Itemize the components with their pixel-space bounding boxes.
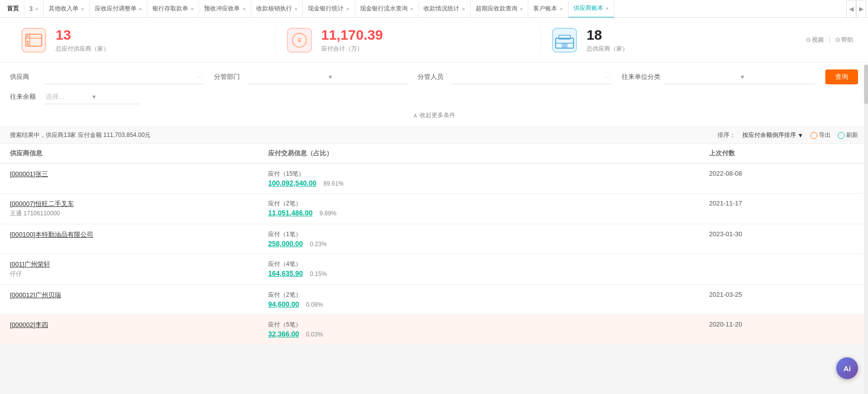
tx-percent: 89.61% — [323, 180, 344, 187]
export-button[interactable]: 导出 — [810, 131, 831, 139]
tab-payment-stat[interactable]: 收款情况统计 × — [419, 0, 470, 18]
tab-cash-bank-stat-close[interactable]: × — [346, 6, 349, 12]
row-tx-col: 应付（4笔） 164,635.90 0.15% — [268, 260, 709, 277]
summary-total-suppliers: 18 总供应商（家） — [541, 26, 806, 54]
result-info: 搜索结果中，供应商13家 应付金额 111,703,854.00元 — [10, 131, 150, 139]
row-tx-col: 应付（2笔） 94,600.00 0.08% — [268, 291, 709, 308]
tab-cash-bank-stat[interactable]: 现金银行统计 × — [303, 0, 355, 18]
tab-prepay-offset[interactable]: 预收冲应收单 × — [199, 0, 251, 18]
filter-supplier-more-icon[interactable]: ··· — [197, 73, 202, 80]
tab-cash-bank-flow-label: 现金银行流水查询 — [360, 4, 408, 13]
filter-supplier-label: 供应商 — [10, 72, 40, 81]
filter-dept-select[interactable]: ▼ — [248, 69, 408, 84]
last-pay: 2020-11-20 — [709, 321, 858, 328]
tx-amount[interactable]: 164,635.90 — [268, 269, 303, 277]
sort-select[interactable]: 按应付余额倒序排序 ▼ — [742, 131, 803, 139]
scrollbar-track — [864, 65, 868, 344]
payable-suppliers-label: 总应付供应商（家） — [56, 45, 109, 53]
tab-customer-book[interactable]: 客户账本 × — [528, 0, 568, 18]
collapse-filter-btn[interactable]: ∧ 收起更多条件 — [10, 109, 858, 122]
filter-person-input-wrap[interactable]: ··· — [451, 69, 612, 84]
last-pay: 2023-01-30 — [709, 230, 858, 238]
tab-bank-deposit-label: 银行存取款单 — [152, 4, 188, 13]
tab-home[interactable]: 首页 — [2, 0, 24, 18]
help-links: ⊙视频 | ⊙帮助 — [806, 36, 853, 44]
tab-cash-bank-flow-close[interactable]: × — [410, 6, 413, 12]
tx-amount[interactable]: 100,092,540.00 — [268, 179, 316, 187]
tx-amount[interactable]: 32,366.00 — [268, 330, 299, 338]
tab-adjustment-label: 应收应付调整单 — [95, 4, 137, 13]
tab-overdue-query-close[interactable]: × — [520, 6, 523, 12]
filter-balance-arrow: ▼ — [91, 94, 137, 100]
nav-next-arrow[interactable]: ▶ — [856, 0, 866, 18]
tab-3[interactable]: 3 × — [24, 0, 44, 18]
tab-overdue-query[interactable]: 超期应收款查询 × — [471, 0, 528, 18]
refresh-button[interactable]: 刷新 — [838, 131, 858, 139]
filter-person-more-icon[interactable]: ··· — [604, 73, 609, 80]
tx-row: 258,000.00 0.23% — [268, 240, 709, 248]
tab-3-close[interactable]: × — [35, 6, 38, 12]
tx-label: 应付（1笔） — [268, 230, 709, 239]
help-link[interactable]: ⊙帮助 — [835, 36, 853, 44]
table-row: [001]广州荣轩 仔仔 应付（4笔） 164,635.90 0.15% — [0, 254, 868, 285]
filter-person: 分管人员 ··· — [418, 69, 612, 84]
row-tx-col: 应付（5笔） 32,366.00 0.03% — [268, 321, 709, 338]
filter-supplier-input-wrap[interactable]: ··· — [44, 69, 204, 84]
payable-suppliers-text: 13 总应付供应商（家） — [56, 27, 109, 53]
tab-payment-stat-close[interactable]: × — [462, 6, 465, 12]
supplier-link[interactable]: [000100]本特勤油品有限公司 — [10, 230, 268, 239]
tx-amount[interactable]: 94,600.00 — [268, 300, 299, 308]
tx-amount[interactable]: 11,051,486.00 — [268, 209, 313, 217]
supplier-link[interactable]: [001]广州荣轩 — [10, 260, 268, 269]
summary-payable-suppliers: 13 总应付供应商（家） — [10, 26, 276, 54]
table-row: [000012]广州贝瑞 应付（2笔） 94,600.00 0.08% 2021… — [0, 285, 868, 315]
tab-payment-exec[interactable]: 收款核销执行 × — [251, 0, 303, 18]
filter-person-input[interactable] — [453, 69, 604, 84]
sort-value: 按应付余额倒序排序 — [742, 131, 796, 139]
tab-other-income[interactable]: 其他收入单 × — [44, 0, 89, 18]
tab-adjustment-close[interactable]: × — [139, 6, 142, 12]
supplier-link[interactable]: [000001]张三 — [10, 170, 268, 179]
export-icon — [810, 132, 817, 139]
nav-prev-arrow[interactable]: ◀ — [846, 0, 856, 18]
filter-balance-value: 选择... — [46, 92, 91, 101]
scrollbar-thumb[interactable] — [864, 65, 868, 104]
video-link[interactable]: ⊙视频 — [806, 36, 824, 44]
tab-prepay-offset-label: 预收冲应收单 — [204, 4, 240, 13]
filter-dept: 分管部门 ▼ — [214, 69, 408, 84]
filter-row-1: 供应商 ··· 分管部门 ▼ 分管人员 ··· 往来单位分类 — [10, 69, 858, 84]
tab-adjustment[interactable]: 应收应付调整单 × — [90, 0, 147, 18]
tab-bank-deposit-close[interactable]: × — [191, 6, 194, 12]
tab-bank-deposit[interactable]: 银行存取款单 × — [147, 0, 199, 18]
total-suppliers-icon — [551, 26, 579, 54]
tab-home-label: 首页 — [7, 4, 19, 13]
tx-percent: 0.23% — [310, 241, 327, 248]
supplier-link[interactable]: [000007]恒旺二手叉车 — [10, 199, 268, 208]
filter-balance-select[interactable]: 选择... ▼ — [44, 89, 139, 104]
filter-supplier-input[interactable] — [46, 69, 197, 84]
tab-cash-bank-flow[interactable]: 现金银行流水查询 × — [355, 0, 419, 18]
filter-balance-label: 往来余额 — [10, 92, 40, 101]
tab-other-income-close[interactable]: × — [81, 6, 84, 12]
tab-supplier-book-close[interactable]: × — [606, 5, 609, 11]
filter-dept-label: 分管部门 — [214, 72, 244, 81]
supplier-link[interactable]: [000002]李四 — [10, 321, 268, 329]
tab-customer-book-label: 客户账本 — [533, 4, 557, 13]
tx-percent: 0.03% — [306, 331, 323, 338]
tx-label: 应付（4笔） — [268, 260, 709, 268]
query-button[interactable]: 查询 — [825, 69, 858, 84]
export-label: 导出 — [819, 131, 831, 139]
filter-category-select[interactable]: ▼ — [664, 69, 816, 84]
tab-payment-exec-close[interactable]: × — [294, 6, 297, 12]
filter-row-2: 往来余额 选择... ▼ — [10, 89, 858, 104]
tab-prepay-offset-close[interactable]: × — [242, 6, 245, 12]
supplier-link[interactable]: [000012]广州贝瑞 — [10, 291, 268, 300]
table-row: [000002]李四 应付（5笔） 32,366.00 0.03% 2020-1… — [0, 315, 868, 344]
row-supplier-col: [001]广州荣轩 仔仔 — [10, 260, 268, 278]
tx-amount[interactable]: 258,000.00 — [268, 240, 303, 248]
tx-percent: 0.15% — [310, 270, 327, 277]
svg-text:¥: ¥ — [297, 36, 301, 44]
tab-supplier-book[interactable]: 供应商账本 × — [569, 0, 614, 18]
tab-overdue-query-label: 超期应收款查询 — [476, 4, 517, 13]
tab-customer-book-close[interactable]: × — [560, 6, 563, 12]
